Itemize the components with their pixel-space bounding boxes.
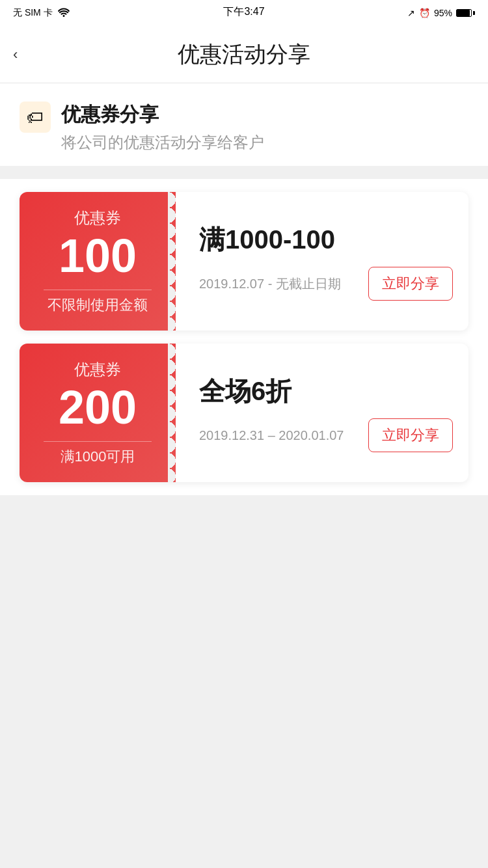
status-bar: 无 SIM 卡 下午3:47 ↗ ⏰ 95% (0, 0, 488, 26)
coupon-bottom-2: 2019.12.31 – 2020.01.07 立即分享 (199, 418, 453, 452)
coupon-right-1: 满1000-100 2019.12.07 - 无截止日期 立即分享 (176, 192, 468, 331)
section-title: 优惠券分享 (61, 102, 264, 128)
share-button-2[interactable]: 立即分享 (368, 418, 453, 452)
coupon-amount-2: 200 (59, 384, 137, 431)
coupon-label-2: 优惠券 (74, 359, 121, 380)
coupon-divider-line-1 (44, 290, 152, 290)
background-fill (0, 495, 488, 821)
coupon-card-2: 优惠券 200 满1000可用 全场6折 2019.12.31 – 2020.0… (20, 344, 468, 482)
coupon-left-2: 优惠券 200 满1000可用 (20, 344, 176, 482)
status-time: 下午3:47 (223, 5, 264, 19)
coupon-card-1: 优惠券 100 不限制使用金额 满1000-100 2019.12.07 - 无… (20, 192, 468, 331)
coupon-title-1: 满1000-100 (199, 222, 453, 258)
divider (0, 166, 488, 179)
coupon-condition-2: 满1000可用 (61, 447, 135, 467)
battery-percent: 95% (434, 8, 452, 18)
location-icon: ↗ (407, 8, 415, 18)
share-button-1[interactable]: 立即分享 (368, 267, 453, 301)
section-header: 🏷 优惠券分享 将公司的优惠活动分享给客户 (0, 83, 488, 166)
nav-bar: ‹ 优惠活动分享 (0, 26, 488, 83)
alarm-icon: ⏰ (419, 8, 430, 18)
coupon-left-1: 优惠券 100 不限制使用金额 (20, 192, 176, 331)
wifi-icon (58, 8, 70, 19)
status-left: 无 SIM 卡 (13, 7, 70, 19)
coupon-condition-1: 不限制使用金额 (47, 295, 148, 315)
coupon-bottom-1: 2019.12.07 - 无截止日期 立即分享 (199, 267, 453, 301)
coupon-date-1: 2019.12.07 - 无截止日期 (199, 275, 360, 293)
page-title: 优惠活动分享 (178, 40, 310, 70)
section-subtitle: 将公司的优惠活动分享给客户 (61, 132, 264, 153)
carrier-label: 无 SIM 卡 (13, 7, 53, 19)
back-button[interactable]: ‹ (13, 47, 18, 62)
section-text: 优惠券分享 将公司的优惠活动分享给客户 (61, 102, 264, 153)
status-right: ↗ ⏰ 95% (407, 8, 475, 18)
coupon-list: 优惠券 100 不限制使用金额 满1000-100 2019.12.07 - 无… (0, 179, 488, 495)
coupon-label-1: 优惠券 (74, 208, 121, 228)
section-icon: 🏷 (20, 102, 51, 133)
coupon-amount-1: 100 (59, 232, 137, 279)
coupon-title-2: 全场6折 (199, 373, 453, 409)
coupon-right-2: 全场6折 2019.12.31 – 2020.01.07 立即分享 (176, 344, 468, 482)
coupon-date-2: 2019.12.31 – 2020.01.07 (199, 428, 360, 443)
coupon-divider-line-2 (44, 441, 152, 442)
battery-indicator (456, 9, 475, 17)
